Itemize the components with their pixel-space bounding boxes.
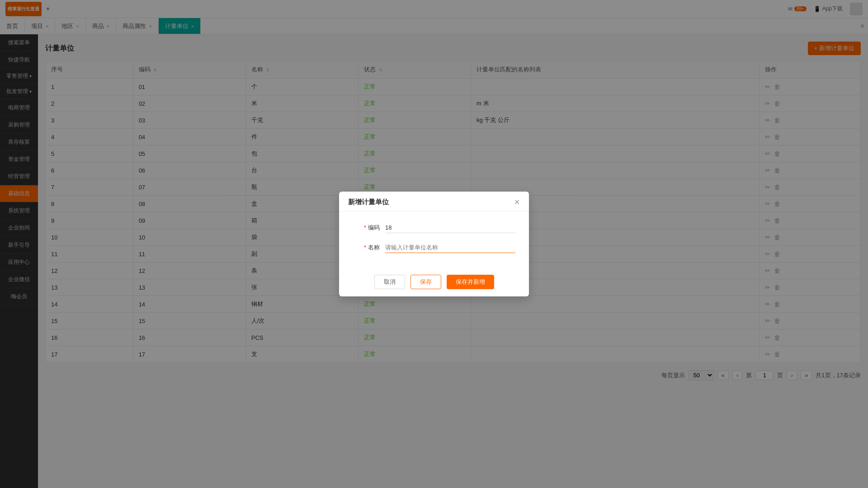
name-label: *名称 <box>353 244 380 252</box>
modal-close-btn[interactable]: ✕ <box>514 198 520 206</box>
save-button[interactable]: 保存 <box>410 275 441 289</box>
code-form-row: *编码 <box>353 222 515 233</box>
modal-overlay: 新增计量单位 ✕ *编码 *名称 取消 保存 保存并新增 <box>0 0 868 488</box>
name-input[interactable] <box>385 242 515 253</box>
code-label: *编码 <box>353 224 380 232</box>
modal-body: *编码 *名称 <box>339 211 529 269</box>
modal-footer: 取消 保存 保存并新增 <box>339 269 529 296</box>
add-unit-modal: 新增计量单位 ✕ *编码 *名称 取消 保存 保存并新增 <box>339 192 529 296</box>
save-new-button[interactable]: 保存并新增 <box>447 275 494 289</box>
modal-title: 新增计量单位 <box>348 198 389 206</box>
modal-header: 新增计量单位 ✕ <box>339 192 529 211</box>
name-form-row: *名称 <box>353 242 515 253</box>
code-input[interactable] <box>385 222 515 233</box>
cancel-button[interactable]: 取消 <box>374 275 405 289</box>
